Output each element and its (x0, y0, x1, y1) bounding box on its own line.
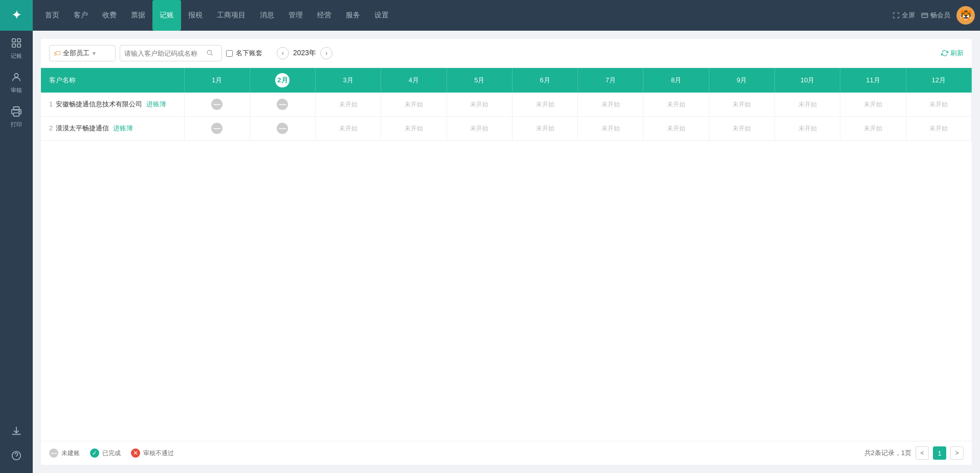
month-cell: 未开始 (709, 93, 774, 117)
download-icon (8, 424, 25, 438)
not-started-status: 未开始 (864, 125, 882, 132)
search-icon[interactable] (206, 49, 213, 58)
total-records: 共2条记录，1页 (864, 448, 911, 458)
fullscreen-button[interactable]: 全屏 (893, 11, 915, 20)
sidebar-item-audit-label: 审核 (11, 86, 22, 94)
nav-tax[interactable]: 报税 (181, 0, 210, 31)
next-page-button[interactable]: > (950, 446, 964, 460)
svg-rect-9 (922, 13, 928, 17)
month-cell: 未开始 (643, 93, 709, 117)
month-cell: 未开始 (316, 117, 381, 141)
col-header-name: 客户名称 (41, 68, 184, 93)
user-avatar[interactable]: 🐯 (956, 6, 975, 25)
sidebar-item-accounting[interactable]: 记账 (0, 31, 33, 65)
svg-rect-2 (12, 44, 15, 47)
footer-right: 共2条记录，1页 < 1 > (864, 446, 964, 460)
my-accounts-checkbox[interactable] (226, 50, 233, 57)
year-display: 2023年 (293, 49, 316, 58)
month-cell: 未开始 (840, 93, 906, 117)
col-header-m4: 4月 (381, 68, 447, 93)
col-header-m12: 12月 (906, 68, 971, 93)
nav-customer[interactable]: 客户 (66, 0, 95, 31)
ledger-table: 客户名称 1月 2月 3月 4月 5月 6月 7月 8月 9月 (41, 68, 972, 141)
nav-right: 全屏 畅会员 🐯 (893, 6, 975, 25)
top-nav: 首页 客户 收费 票据 记账 报税 工商项目 消息 管理 经营 服务 设置 全屏… (33, 0, 980, 31)
accounting-icon (8, 36, 25, 50)
svg-rect-1 (17, 39, 20, 42)
legend-not-built: — 未建账 (49, 448, 80, 458)
nav-manage[interactable]: 管理 (281, 0, 310, 31)
not-started-status: 未开始 (929, 101, 948, 108)
audit-icon (8, 70, 25, 84)
nav-ledger[interactable]: 记账 (152, 0, 181, 31)
month-cell: 未开始 (381, 93, 447, 117)
main-card: 🏷 全部员工 ▼ 名下账套 ‹ (41, 39, 972, 465)
not-built-icon: — (49, 448, 58, 458)
col-header-m7: 7月 (578, 68, 643, 93)
col-header-m2: 2月 (250, 68, 315, 93)
legend-rejected: ✕ 审核不通过 (131, 448, 174, 458)
not-built-label: 未建账 (61, 449, 80, 458)
enter-ledger-link[interactable]: 进账簿 (113, 124, 133, 132)
month-cell: — (184, 117, 250, 141)
completed-icon: ✓ (90, 448, 99, 458)
month-cell: 未开始 (447, 93, 512, 117)
month-cell: 未开始 (381, 117, 447, 141)
employee-select[interactable]: 🏷 全部员工 ▼ (49, 45, 116, 61)
sidebar-item-download[interactable] (0, 419, 33, 443)
not-started-status: 未开始 (339, 125, 358, 132)
company-cell: 1安徽畅捷通信息技术有限公司进账簿 (41, 93, 184, 117)
sidebar-item-audit[interactable]: 审核 (0, 65, 33, 99)
month-cell: — (184, 93, 250, 117)
not-started-status: 未开始 (732, 101, 751, 108)
search-input-wrap (120, 45, 222, 61)
sidebar-logo[interactable]: ✦ (0, 0, 33, 31)
dash-icon: — (211, 99, 222, 110)
employee-select-text: 全部员工 (63, 49, 90, 58)
sidebar-bottom (0, 419, 33, 473)
vip-button[interactable]: 畅会员 (921, 11, 950, 20)
not-started-status: 未开始 (405, 125, 423, 132)
not-started-status: 未开始 (602, 125, 620, 132)
nav-service[interactable]: 服务 (339, 0, 367, 31)
month-cell: 未开始 (578, 93, 643, 117)
sidebar: ✦ 记账 审核 (0, 0, 33, 473)
nav-billing[interactable]: 收费 (95, 0, 124, 31)
main-container: 首页 客户 收费 票据 记账 报税 工商项目 消息 管理 经营 服务 设置 全屏… (33, 0, 980, 473)
not-started-status: 未开始 (798, 125, 817, 132)
nav-home[interactable]: 首页 (38, 0, 66, 31)
month-cell: 未开始 (775, 117, 840, 141)
next-year-button[interactable]: › (320, 47, 332, 59)
prev-page-button[interactable]: < (916, 446, 929, 460)
month-cell: 未开始 (775, 93, 840, 117)
table-header-row: 客户名称 1月 2月 3月 4月 5月 6月 7月 8月 9月 (41, 68, 972, 93)
nav-business[interactable]: 工商项目 (210, 0, 253, 31)
search-input[interactable] (124, 50, 206, 57)
not-started-status: 未开始 (732, 125, 751, 132)
company-name: 安徽畅捷通信息技术有限公司 (56, 100, 142, 108)
svg-rect-6 (14, 113, 19, 116)
sidebar-item-support[interactable] (0, 443, 33, 468)
chevron-down-icon: ▼ (92, 51, 97, 56)
sidebar-item-accounting-label: 记账 (11, 52, 22, 60)
support-icon (8, 448, 25, 463)
svg-point-7 (19, 111, 20, 112)
sidebar-item-print[interactable]: 打印 (0, 99, 33, 133)
nav-invoice[interactable]: 票据 (124, 0, 152, 31)
row-number: 2 (49, 124, 53, 132)
not-started-status: 未开始 (602, 101, 620, 108)
enter-ledger-link[interactable]: 进账簿 (146, 100, 166, 108)
my-accounts-checkbox-label[interactable]: 名下账套 (226, 49, 262, 58)
col-header-m6: 6月 (512, 68, 577, 93)
current-page-number[interactable]: 1 (933, 446, 946, 460)
month-cell: 未开始 (578, 117, 643, 141)
nav-message[interactable]: 消息 (253, 0, 281, 31)
nav-operation[interactable]: 经营 (310, 0, 339, 31)
not-started-status: 未开始 (667, 101, 685, 108)
prev-year-button[interactable]: ‹ (277, 47, 289, 59)
month-cell: 未开始 (906, 117, 971, 141)
nav-settings[interactable]: 设置 (367, 0, 396, 31)
refresh-button[interactable]: 刷新 (941, 49, 964, 58)
month-cell: 未开始 (643, 117, 709, 141)
table-row: 2漠漠太平畅捷通信进账簿——未开始未开始未开始未开始未开始未开始未开始未开始未开… (41, 117, 972, 141)
